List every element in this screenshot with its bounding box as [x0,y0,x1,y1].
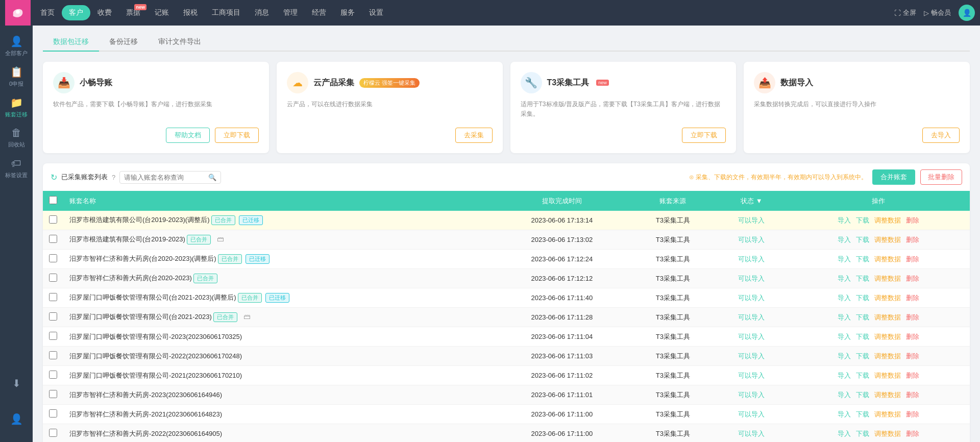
merge-account-button[interactable]: 合并账套 [872,169,915,185]
action-下载-7[interactable]: 下载 [856,352,869,360]
action-调整数据-1[interactable]: 调整数据 [874,236,901,243]
action-删除-3[interactable]: 删除 [906,275,919,282]
action-调整数据-11[interactable]: 调整数据 [874,430,901,437]
nav-item-invoice[interactable]: 票据 new [119,5,148,20]
action-删除-0[interactable]: 删除 [906,216,919,224]
action-下载-6[interactable]: 下载 [856,333,869,340]
row-checkbox-7[interactable] [49,351,57,359]
action-删除-9[interactable]: 删除 [906,391,919,399]
action-下载-11[interactable]: 下载 [856,430,869,437]
go-import-button[interactable]: 去导入 [922,128,960,143]
action-下载-0[interactable]: 下载 [856,216,869,224]
search-input[interactable] [124,174,206,181]
row-checkbox-3[interactable] [49,274,57,282]
nav-item-accounting[interactable]: 记账 [148,5,176,20]
action-删除-11[interactable]: 删除 [906,430,919,437]
action-调整数据-10[interactable]: 调整数据 [874,410,901,418]
action-下载-5[interactable]: 下载 [856,313,869,321]
action-调整数据-0[interactable]: 调整数据 [874,216,901,224]
sidebar-item-download[interactable]: ⬇ [0,368,33,399]
action-导入-9[interactable]: 导入 [838,391,851,399]
batch-delete-button[interactable]: 批量删除 [920,169,962,185]
action-下载-3[interactable]: 下载 [856,275,869,282]
row-checkbox-4[interactable] [49,293,57,301]
action-删除-7[interactable]: 删除 [906,352,919,360]
row-checkbox-2[interactable] [49,254,57,262]
search-icon[interactable]: 🔍 [208,174,216,181]
action-导入-6[interactable]: 导入 [838,333,851,340]
action-调整数据-5[interactable]: 调整数据 [874,313,901,321]
help-doc-button[interactable]: 帮助文档 [166,128,210,143]
app-logo[interactable] [5,0,31,26]
action-调整数据-4[interactable]: 调整数据 [874,294,901,302]
file-icon-5[interactable]: 🗃 [243,312,251,321]
row-checkbox-9[interactable] [49,390,57,398]
action-下载-8[interactable]: 下载 [856,372,869,379]
help-icon[interactable]: ? [112,174,115,181]
action-导入-2[interactable]: 导入 [838,255,851,263]
action-导入-8[interactable]: 导入 [838,372,851,379]
fullscreen-button[interactable]: ⛶ 全屏 [894,8,916,17]
row-checkbox-8[interactable] [49,371,57,379]
download-now-button-3[interactable]: 立即下载 [682,128,726,143]
sidebar-item-user[interactable]: 👤 [0,404,33,434]
row-checkbox-5[interactable] [49,312,57,321]
go-collect-button[interactable]: 去采集 [455,128,493,143]
action-调整数据-2[interactable]: 调整数据 [874,255,901,263]
action-删除-10[interactable]: 删除 [906,410,919,418]
action-调整数据-3[interactable]: 调整数据 [874,275,901,282]
action-导入-7[interactable]: 导入 [838,352,851,360]
nav-item-tax[interactable]: 报税 [176,5,205,20]
user-avatar[interactable]: 👤 [959,5,975,21]
action-删除-2[interactable]: 删除 [906,255,919,263]
action-调整数据-9[interactable]: 调整数据 [874,391,901,399]
action-调整数据-6[interactable]: 调整数据 [874,333,901,340]
row-checkbox-0[interactable] [49,215,57,224]
file-icon-1[interactable]: 🗃 [217,235,224,243]
row-checkbox-1[interactable] [49,235,57,243]
sidebar-item-account-migration[interactable]: 📁 账套迁移 [0,92,33,122]
action-下载-10[interactable]: 下载 [856,410,869,418]
select-all-checkbox[interactable] [49,196,57,204]
nav-item-manage[interactable]: 管理 [276,5,305,20]
action-导入-11[interactable]: 导入 [838,430,851,437]
action-下载-4[interactable]: 下载 [856,294,869,302]
action-导入-10[interactable]: 导入 [838,410,851,418]
sidebar-item-declare[interactable]: 📋 0申报 [0,61,33,92]
action-删除-4[interactable]: 删除 [906,294,919,302]
nav-item-home[interactable]: 首页 [33,5,62,20]
action-下载-2[interactable]: 下载 [856,255,869,263]
sidebar-item-recycle[interactable]: 🗑 回收站 [0,122,33,153]
action-导入-1[interactable]: 导入 [838,236,851,243]
action-导入-0[interactable]: 导入 [838,216,851,224]
sidebar-item-all-customers[interactable]: 👤 全部客户 [0,31,33,61]
nav-item-operation[interactable]: 经营 [305,5,333,20]
row-checkbox-6[interactable] [49,332,57,340]
tab-backup-migration[interactable]: 备份迁移 [99,33,148,52]
member-button[interactable]: ▷ 畅会员 [924,8,951,17]
nav-item-customer[interactable]: 客户 [62,5,90,20]
nav-item-service[interactable]: 服务 [333,5,362,20]
refresh-icon[interactable]: ↻ [51,173,57,182]
nav-item-message[interactable]: 消息 [248,5,276,20]
row-checkbox-11[interactable] [49,429,57,437]
action-下载-1[interactable]: 下载 [856,236,869,243]
nav-item-business[interactable]: 工商项目 [205,5,248,20]
action-删除-6[interactable]: 删除 [906,333,919,340]
action-删除-5[interactable]: 删除 [906,313,919,321]
action-调整数据-7[interactable]: 调整数据 [874,352,901,360]
tab-data-migration[interactable]: 数据包迁移 [43,33,99,52]
download-now-button-1[interactable]: 立即下载 [215,128,259,143]
tab-audit-export[interactable]: 审计文件导出 [148,33,211,52]
action-调整数据-8[interactable]: 调整数据 [874,372,901,379]
row-checkbox-10[interactable] [49,409,57,418]
nav-item-billing[interactable]: 收费 [90,5,119,20]
action-下载-9[interactable]: 下载 [856,391,869,399]
action-导入-5[interactable]: 导入 [838,313,851,321]
nav-item-settings[interactable]: 设置 [362,5,390,20]
action-删除-8[interactable]: 删除 [906,372,919,379]
action-删除-1[interactable]: 删除 [906,236,919,243]
action-导入-3[interactable]: 导入 [838,275,851,282]
action-导入-4[interactable]: 导入 [838,294,851,302]
sidebar-item-tag-settings[interactable]: 🏷 标签设置 [0,153,33,184]
